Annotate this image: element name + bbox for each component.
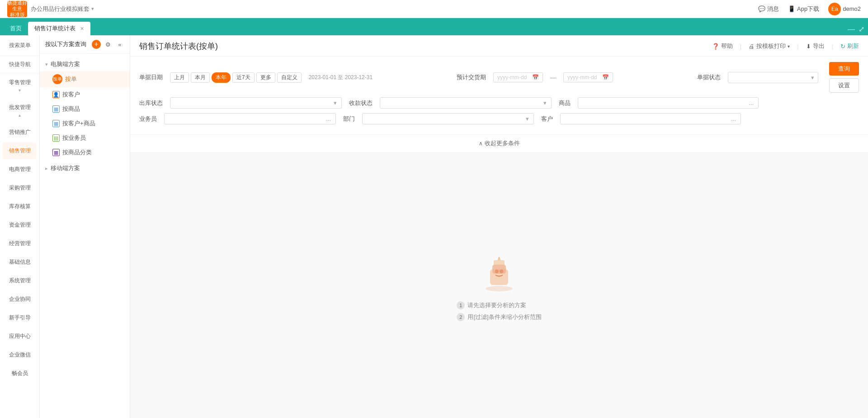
scheme-group-mobile-title[interactable]: ▸ 移动端方案	[40, 162, 130, 175]
scheme-item-by-order-icon: 按单	[52, 74, 62, 84]
empty-tips: 1 请先选择要分析的方案 2 用[过滤]条件来缩小分析范围	[457, 301, 541, 321]
empty-state: 1 请先选择要分析的方案 2 用[过滤]条件来缩小分析范围	[130, 152, 868, 418]
scheme-item-by-customer-goods-icon: ▦	[52, 120, 60, 127]
message-btn[interactable]: 💬 消息	[758, 5, 779, 13]
refresh-btn[interactable]: ↻ 刷新	[840, 42, 859, 50]
collapse-btn[interactable]: ∧ 收起更多条件	[479, 139, 520, 147]
sidebar-item-purchase-label: 采购管理	[9, 184, 31, 192]
delivery-date-end[interactable]: yyyy-mm-dd 📅	[563, 72, 613, 82]
scheme-item-by-goods[interactable]: ▦ 按商品	[40, 102, 130, 116]
scheme-item-by-salesman[interactable]: ▤ 按业务员	[40, 131, 130, 145]
sidebar-item-ecommerce-label: 电商管理	[9, 166, 31, 173]
help-btn[interactable]: ❓ 帮助	[712, 42, 733, 50]
maximize-btn[interactable]: ⤢	[859, 25, 864, 33]
tab-sales-order-stats[interactable]: 销售订单统计表 ✕	[28, 22, 90, 35]
sidebar-item-marketing-label: 营销推广	[9, 128, 31, 136]
scheme-panel-title: 按以下方案查询	[45, 40, 86, 48]
sidebar-item-appcentre[interactable]: 应用中心	[3, 328, 37, 345]
sidebar-item-finance[interactable]: 资金管理	[3, 217, 37, 233]
user-info[interactable]: Ea demo2	[828, 3, 861, 15]
minimize-btn[interactable]: —	[848, 25, 855, 33]
dept-dropdown-icon: ▾	[526, 115, 529, 122]
scheme-header: 按以下方案查询 + ⚙ «	[40, 35, 130, 54]
sidebar-item-vip-label: 畅会员	[12, 370, 28, 377]
calendar-end-icon: 📅	[602, 74, 609, 81]
scheme-add-btn[interactable]: +	[92, 40, 101, 49]
sidebar-item-guide-label: 新手引导	[9, 314, 31, 322]
scheme-settings-btn[interactable]: ⚙	[104, 40, 113, 49]
sidebar-item-enterprise[interactable]: 企业协同	[3, 291, 37, 308]
tab-close-icon[interactable]: ✕	[80, 26, 84, 32]
sidebar-item-inventory[interactable]: 库存核算	[3, 198, 37, 215]
last-7-days-btn[interactable]: 近7天	[232, 72, 255, 83]
dept-select[interactable]: ▾	[362, 113, 534, 124]
search-menu-btn[interactable]: 搜索菜单	[4, 40, 36, 51]
scheme-item-by-category[interactable]: ▦ 按商品分类	[40, 145, 130, 160]
sidebar-item-guide[interactable]: 新手引导	[3, 309, 37, 326]
sidebar-item-inventory-label: 库存核算	[9, 203, 31, 210]
sidebar-item-basics[interactable]: 基础信息	[3, 254, 37, 271]
content-area: 按以下方案查询 + ⚙ « ▾ 电脑端方案 按单 按单	[40, 35, 868, 418]
goods-dots-icon[interactable]: ...	[749, 100, 754, 106]
export-btn[interactable]: ⬇ 导出	[806, 42, 825, 50]
shipment-label: 出库状态	[139, 99, 163, 107]
sidebar-item-appcentre-label: 应用中心	[9, 332, 31, 340]
scheme-item-by-category-label: 按商品分类	[62, 148, 92, 157]
scheme-item-by-order[interactable]: 按单 按单	[40, 71, 130, 87]
scheme-item-by-customer-goods-label: 按客户+商品	[62, 119, 95, 128]
logo-text: 畅捷通好生意标准版	[7, 0, 27, 18]
sidebar-item-operations[interactable]: 经营管理	[3, 235, 37, 252]
settings-btn[interactable]: 设置	[829, 78, 859, 93]
scheme-collapse-btn[interactable]: «	[115, 40, 124, 49]
customer-label: 客户	[541, 115, 553, 123]
last-month-btn[interactable]: 上月	[170, 72, 189, 83]
scheme-group-mobile-label: 移动端方案	[51, 164, 80, 172]
empty-tip-2: 2 用[过滤]条件来缩小分析范围	[457, 313, 541, 321]
quick-nav-btn[interactable]: 快捷导航	[0, 59, 39, 70]
scheme-item-by-order-label: 按单	[65, 75, 77, 83]
scheme-group-desktop-title[interactable]: ▾ 电脑端方案	[40, 57, 130, 71]
sidebar-item-retail-label: 零售管理	[9, 79, 31, 86]
this-year-btn[interactable]: 本年	[212, 72, 231, 83]
scheme-tree: ▾ 电脑端方案 按单 按单 👤 按客户 ▦ 按商品	[40, 54, 130, 418]
sidebar-item-sales[interactable]: 销售管理	[3, 142, 37, 159]
filter-area: 单据日期 上月 本月 本年 近7天 更多 自定义 2023-01-01 至 20…	[130, 57, 868, 134]
sidebar-item-vip[interactable]: 畅会员	[3, 365, 37, 382]
sidebar-item-wechat[interactable]: 企业微信	[3, 347, 37, 363]
sidebar: 搜索菜单 快捷导航 零售管理 ▾ 批发管理 ▴ 营销推广 销售管理 电商管理 采…	[0, 35, 40, 418]
sidebar-item-system[interactable]: 系统管理	[3, 272, 37, 289]
sidebar-item-purchase[interactable]: 采购管理	[3, 180, 37, 196]
goods-select[interactable]: ...	[578, 97, 759, 109]
salesman-select[interactable]: ...	[164, 113, 336, 124]
order-status-select[interactable]: ▾	[728, 72, 818, 83]
scheme-group-desktop: ▾ 电脑端方案 按单 按单 👤 按客户 ▦ 按商品	[40, 57, 130, 160]
message-icon: 💬	[758, 5, 765, 12]
more-btn[interactable]: 更多	[256, 72, 275, 83]
custom-btn[interactable]: 自定义	[277, 72, 302, 83]
page-title: 销售订单统计表(按单)	[139, 41, 218, 52]
sidebar-item-marketing[interactable]: 营销推广	[3, 124, 37, 141]
delivery-date-start[interactable]: yyyy-mm-dd 📅	[493, 72, 543, 82]
customer-dots-icon[interactable]: ...	[731, 115, 736, 122]
scheme-group-desktop-label: 电脑端方案	[51, 60, 80, 68]
tab-home[interactable]: 首页	[4, 22, 28, 35]
salesman-dots-icon[interactable]: ...	[326, 115, 331, 122]
scheme-item-by-customer-icon: 👤	[52, 91, 60, 98]
app-download-btn[interactable]: 📱 App下载	[788, 5, 819, 13]
customer-select[interactable]: ...	[560, 113, 741, 124]
this-month-btn[interactable]: 本月	[191, 72, 210, 83]
template-print-btn[interactable]: 🖨 按模板打印 ▾	[749, 42, 790, 50]
payment-select[interactable]: ▾	[380, 97, 552, 109]
sidebar-item-ecommerce[interactable]: 电商管理	[3, 161, 37, 178]
shipment-select[interactable]: ▾	[170, 97, 342, 109]
date-range-text: 2023-01-01 至 2023-12-31	[309, 74, 373, 81]
logo: 畅捷通好生意标准版	[7, 1, 27, 17]
scheme-item-by-customer-goods[interactable]: ▦ 按客户+商品	[40, 116, 130, 131]
scheme-item-by-customer[interactable]: 👤 按客户	[40, 87, 130, 102]
query-btn[interactable]: 查询	[829, 62, 859, 76]
shipment-dropdown-icon: ▾	[334, 100, 337, 106]
divider3: |	[832, 43, 833, 50]
sidebar-item-retail[interactable]: 零售管理 ▾	[3, 74, 37, 97]
app-title-dropdown[interactable]: 办公用品行业模拟账套 ▾	[31, 5, 94, 13]
sidebar-item-wholesale[interactable]: 批发管理 ▴	[3, 99, 37, 122]
